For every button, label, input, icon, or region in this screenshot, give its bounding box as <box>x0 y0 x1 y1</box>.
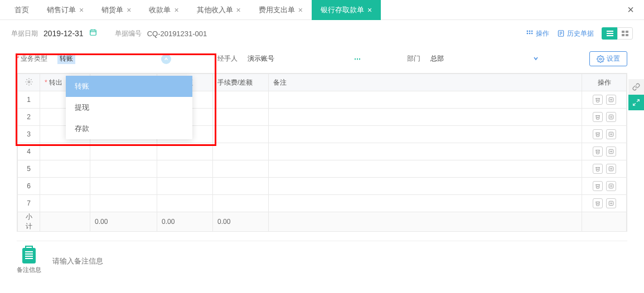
close-all-icon[interactable]: × <box>627 3 634 16</box>
handler-select[interactable]: 演示账号 ⋯ <box>243 52 366 66</box>
row-index: 7 <box>18 195 40 212</box>
add-row-icon[interactable] <box>606 95 616 105</box>
tab-delivery[interactable]: 销货单× <box>93 0 140 20</box>
expand-icon[interactable] <box>628 95 644 110</box>
dropdown-item[interactable]: 提现 <box>66 97 192 118</box>
delete-row-icon[interactable] <box>593 129 603 139</box>
svg-point-22 <box>28 81 30 83</box>
biz-type-label: 业务类型 <box>17 54 47 64</box>
svg-rect-9 <box>531 33 532 34</box>
more-icon: ⋯ <box>354 55 361 63</box>
delete-row-icon[interactable] <box>593 181 603 191</box>
svg-rect-20 <box>626 34 628 36</box>
footer: 备注信息 <box>17 241 627 274</box>
add-row-icon[interactable] <box>606 129 616 139</box>
svg-rect-5 <box>529 31 530 32</box>
table-row[interactable]: 4 <box>18 143 627 160</box>
notes-icon <box>22 248 36 263</box>
tab-bank-transfer[interactable]: 银行存取款单× <box>312 0 381 20</box>
form-row: 业务类型 转账 经手人 演示账号 ⋯ 部门 总部 设置 <box>0 47 644 71</box>
view-list-button[interactable] <box>602 27 617 40</box>
close-icon[interactable]: × <box>79 6 84 14</box>
row-index: 5 <box>18 160 40 178</box>
view-toggle <box>602 27 633 40</box>
gear-icon[interactable] <box>18 74 40 91</box>
add-row-icon[interactable] <box>606 146 616 157</box>
notes-label: 备注信息 <box>17 266 41 274</box>
calendar-icon[interactable] <box>89 28 97 38</box>
date-value[interactable]: 2019-12-31 <box>43 29 84 38</box>
link-icon[interactable] <box>628 79 644 95</box>
biz-type-dropdown: 转账 提现 存款 <box>66 76 192 139</box>
row-index: 2 <box>18 109 40 126</box>
close-icon[interactable]: × <box>298 6 303 14</box>
svg-rect-7 <box>527 33 528 34</box>
handler-label: 经手人 <box>217 54 238 64</box>
row-index: 1 <box>18 91 40 109</box>
dropdown-item[interactable]: 转账 <box>66 76 192 97</box>
delete-row-icon[interactable] <box>593 112 603 122</box>
tab-expense[interactable]: 费用支出单× <box>250 0 312 20</box>
doc-label: 单据编号 <box>115 29 142 38</box>
col-remark: 备注 <box>269 74 582 91</box>
svg-line-44 <box>637 100 639 102</box>
tabs-bar: 首页 销售订单× 销货单× 收款单× 其他收入单× 费用支出单× 银行存取款单×… <box>0 0 644 20</box>
tab-sales-order[interactable]: 销售订单× <box>38 0 93 20</box>
svg-rect-18 <box>626 31 628 33</box>
subtotal-label: 小计 <box>18 212 40 232</box>
delete-row-icon[interactable] <box>593 198 603 208</box>
row-index: 4 <box>18 143 40 160</box>
col-ops: 操作 <box>582 74 627 91</box>
add-row-icon[interactable] <box>606 181 616 191</box>
delete-row-icon[interactable] <box>593 146 603 157</box>
add-row-icon[interactable] <box>606 198 616 208</box>
close-icon[interactable]: × <box>236 6 241 14</box>
dropdown-item[interactable]: 存款 <box>66 118 192 139</box>
history-link[interactable]: 历史单据 <box>557 29 594 38</box>
tab-home[interactable]: 首页 <box>6 0 38 20</box>
col-fee: 手续费/差额 <box>213 74 269 91</box>
delete-row-icon[interactable] <box>593 164 603 174</box>
row-index: 6 <box>18 178 40 195</box>
tab-other-income[interactable]: 其他收入单× <box>188 0 250 20</box>
subtotal-row: 小计 0.00 0.00 0.00 <box>18 212 627 232</box>
svg-line-45 <box>633 103 636 105</box>
svg-rect-4 <box>527 31 528 32</box>
header-bar: 单据日期 2019-12-31 单据编号 CQ-20191231-001 操作 … <box>0 20 644 47</box>
side-badges <box>628 79 644 110</box>
table-row[interactable]: 5 <box>18 160 627 178</box>
table-row[interactable]: 7 <box>18 195 627 212</box>
tab-receipt[interactable]: 收款单× <box>140 0 187 20</box>
svg-rect-15 <box>607 33 613 34</box>
chevron-down-icon <box>533 55 539 63</box>
svg-rect-0 <box>90 30 96 35</box>
row-index: 3 <box>18 126 40 143</box>
dept-label: 部门 <box>407 54 420 64</box>
dept-select[interactable]: 总部 <box>426 52 543 66</box>
close-icon[interactable]: × <box>174 6 178 14</box>
view-grid-button[interactable] <box>617 27 633 40</box>
svg-rect-14 <box>607 31 613 32</box>
settings-button[interactable]: 设置 <box>589 51 627 66</box>
close-icon[interactable]: × <box>367 6 372 14</box>
delete-row-icon[interactable] <box>593 95 603 105</box>
chevron-up-icon <box>161 54 171 64</box>
doc-value: CQ-20191231-001 <box>147 30 207 38</box>
table-row[interactable]: 6 <box>18 178 627 195</box>
notes-input[interactable] <box>52 257 627 265</box>
svg-rect-6 <box>531 31 532 32</box>
add-row-icon[interactable] <box>606 112 616 122</box>
ops-link[interactable]: 操作 <box>526 29 549 38</box>
date-label: 单据日期 <box>11 29 38 38</box>
svg-point-21 <box>599 58 602 60</box>
biz-type-select[interactable]: 转账 <box>53 51 176 66</box>
close-icon[interactable]: × <box>127 6 131 14</box>
svg-rect-16 <box>607 35 613 36</box>
svg-rect-19 <box>622 34 624 36</box>
add-row-icon[interactable] <box>606 164 616 174</box>
svg-rect-8 <box>529 33 530 34</box>
svg-rect-17 <box>622 31 624 33</box>
